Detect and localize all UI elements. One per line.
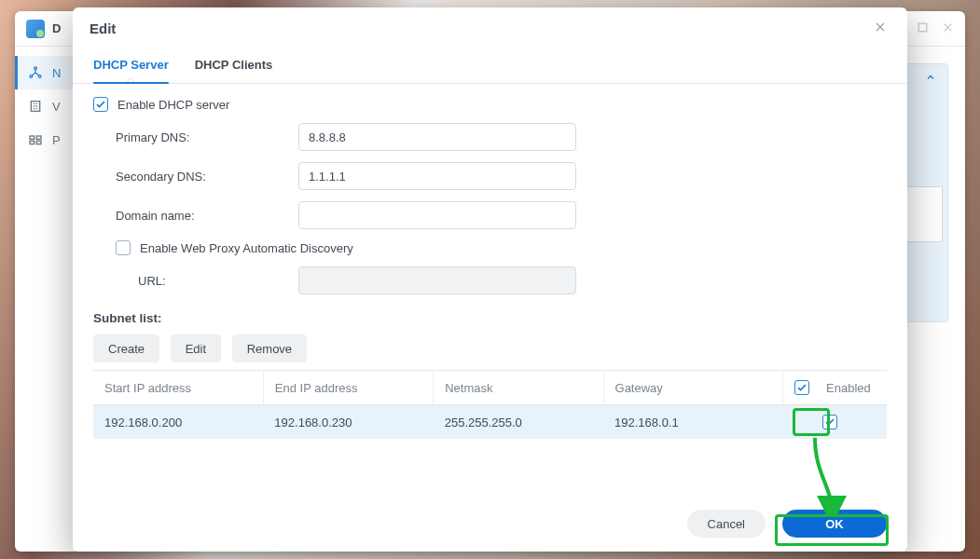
wpad-checkbox[interactable] (116, 240, 131, 255)
col-start-ip[interactable]: Start IP address (93, 371, 263, 405)
tab-dhcp-clients[interactable]: DHCP Clients (195, 48, 273, 83)
url-label: URL: (138, 274, 298, 288)
subnet-toolbar: Create Edit Remove (93, 334, 887, 362)
edit-dialog: Edit DHCP Server DHCP Clients Enable DHC… (73, 7, 907, 552)
row-enabled-checkbox[interactable] (822, 415, 837, 429)
dialog-title: Edit (90, 20, 116, 36)
url-input (298, 266, 576, 294)
primary-dns-label: Primary DNS: (116, 130, 298, 144)
modal-overlay: Edit DHCP Server DHCP Clients Enable DHC… (0, 0, 980, 559)
wpad-label: Enable Web Proxy Automatic Discovery (140, 241, 353, 255)
col-enabled-label: Enabled (826, 381, 871, 395)
dialog-content: Enable DHCP server Primary DNS: Secondar… (73, 84, 907, 496)
edit-button[interactable]: Edit (171, 334, 221, 362)
cell-netmask: 255.255.255.0 (434, 405, 603, 440)
tab-label: DHCP Clients (195, 58, 273, 72)
enabled-header-checkbox[interactable] (794, 380, 809, 395)
secondary-dns-label: Secondary DNS: (116, 170, 298, 184)
tab-dhcp-server[interactable]: DHCP Server (93, 48, 169, 83)
tab-bar: DHCP Server DHCP Clients (73, 48, 907, 84)
subnet-list-title: Subnet list: (93, 311, 887, 325)
domain-name-input[interactable] (298, 201, 576, 229)
domain-name-label: Domain name: (116, 209, 298, 223)
ok-button[interactable]: OK (782, 510, 887, 538)
dialog-footer: Cancel OK (73, 496, 907, 552)
subnet-table: Start IP address End IP address Netmask … (93, 370, 887, 439)
enable-dhcp-label: Enable DHCP server (117, 98, 229, 112)
col-enabled[interactable]: Enabled (783, 371, 887, 405)
create-button[interactable]: Create (93, 334, 159, 362)
enable-dhcp-checkbox[interactable] (93, 97, 108, 112)
col-gateway[interactable]: Gateway (603, 371, 782, 405)
cell-gateway: 192.168.0.1 (603, 405, 782, 440)
col-end-ip[interactable]: End IP address (263, 371, 433, 405)
cell-start-ip: 192.168.0.200 (93, 405, 263, 440)
table-row[interactable]: 192.168.0.200 192.168.0.230 255.255.255.… (93, 405, 887, 440)
cancel-button[interactable]: Cancel (687, 510, 766, 538)
cell-end-ip: 192.168.0.230 (263, 405, 433, 440)
close-icon[interactable] (874, 20, 887, 36)
remove-button[interactable]: Remove (232, 334, 307, 362)
cell-enabled (783, 405, 887, 440)
secondary-dns-input[interactable] (298, 162, 576, 190)
col-netmask[interactable]: Netmask (434, 371, 603, 405)
tab-label: DHCP Server (93, 58, 169, 72)
primary-dns-input[interactable] (298, 123, 576, 151)
